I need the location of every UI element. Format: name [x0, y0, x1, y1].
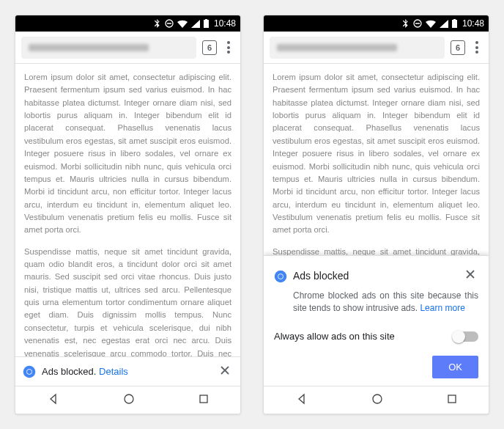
svg-rect-2: [204, 20, 209, 28]
chrome-icon: [274, 270, 287, 283]
status-time: 10:48: [214, 18, 236, 29]
page-content: Lorem ipsum dolor sit amet, consectetur …: [15, 64, 240, 356]
close-icon[interactable]: [462, 266, 478, 287]
status-bar: 10:48: [15, 15, 240, 32]
browser-toolbar: 6: [15, 32, 240, 64]
home-icon[interactable]: [123, 393, 135, 408]
tab-switcher[interactable]: 6: [451, 40, 465, 55]
toggle-label: Always allow ads on this site: [274, 329, 395, 344]
chrome-icon: [23, 365, 36, 378]
url-text-redacted: [277, 44, 397, 51]
svg-point-20: [373, 395, 382, 403]
svg-point-17: [278, 274, 283, 279]
tab-switcher[interactable]: 6: [202, 40, 217, 55]
svg-rect-13: [452, 20, 457, 28]
url-text-redacted: [29, 44, 149, 51]
sheet-title: Ads blocked: [293, 268, 456, 285]
url-bar[interactable]: [270, 37, 445, 59]
svg-rect-10: [200, 395, 207, 403]
phone-screenshot-collapsed: 10:48 6 Lorem ipsum dolor sit amet, cons…: [15, 15, 241, 414]
body-paragraph: Lorem ipsum dolor sit amet, consectetur …: [273, 71, 480, 237]
wifi-icon: [177, 20, 188, 28]
infobar-message: Ads blocked. Details: [42, 366, 211, 377]
close-icon[interactable]: [217, 362, 233, 381]
do-not-disturb-icon: [413, 19, 422, 28]
phone-screenshot-expanded: 10:48 6 Lorem ipsum dolor sit amet, cons…: [263, 15, 489, 414]
back-icon[interactable]: [296, 393, 308, 408]
page-content: Lorem ipsum dolor sit amet, consectetur …: [264, 64, 489, 386]
learn-more-link[interactable]: Learn more: [420, 303, 464, 313]
battery-icon: [452, 19, 457, 28]
body-paragraph: Suspendisse mattis, neque sit amet tinci…: [24, 246, 231, 356]
status-time: 10:48: [462, 18, 484, 29]
ads-blocked-sheet: Ads blocked Chrome blocked ads on this s…: [264, 255, 489, 386]
infobar-details-link[interactable]: Details: [99, 366, 128, 377]
battery-icon: [204, 19, 209, 28]
do-not-disturb-icon: [165, 19, 174, 28]
allow-ads-toggle[interactable]: [453, 331, 478, 342]
overflow-menu-icon[interactable]: [471, 38, 483, 56]
body-paragraph: Lorem ipsum dolor sit amet, consectetur …: [24, 71, 231, 237]
svg-point-6: [27, 370, 32, 374]
ok-button[interactable]: OK: [432, 356, 478, 378]
cell-signal-icon: [440, 20, 448, 28]
svg-rect-14: [453, 19, 456, 20]
svg-rect-21: [448, 395, 456, 403]
android-nav-bar: [264, 386, 489, 414]
home-icon[interactable]: [371, 393, 383, 408]
infobar-title: Ads blocked.: [42, 366, 96, 377]
svg-point-9: [125, 395, 133, 403]
bluetooth-icon: [402, 19, 410, 28]
url-bar[interactable]: [21, 37, 196, 59]
browser-toolbar: 6: [264, 32, 489, 64]
overflow-menu-icon[interactable]: [223, 38, 234, 56]
svg-rect-3: [205, 19, 207, 20]
recents-icon[interactable]: [199, 394, 209, 407]
allow-ads-toggle-row: Always allow ads on this site: [274, 325, 478, 356]
recents-icon[interactable]: [447, 394, 457, 407]
ads-blocked-infobar: Ads blocked. Details: [15, 356, 240, 386]
bluetooth-icon: [154, 19, 161, 28]
wifi-icon: [426, 20, 436, 28]
android-nav-bar: [15, 386, 240, 414]
sheet-description: Chrome blocked ads on this site because …: [293, 290, 478, 315]
back-icon[interactable]: [48, 393, 59, 408]
cell-signal-icon: [191, 20, 200, 28]
status-bar: 10:48: [264, 15, 489, 32]
